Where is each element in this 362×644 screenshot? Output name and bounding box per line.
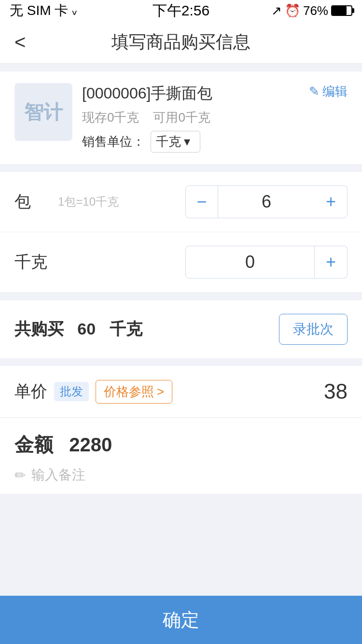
price-tag: 批发	[54, 382, 89, 401]
product-stock: 现存0千克 可用0千克	[82, 109, 348, 126]
chevron-right-icon: >	[157, 384, 164, 399]
kg-row: 千克 +	[0, 232, 362, 293]
input-section: 包 1包=10千克 − + 千克 +	[0, 172, 362, 293]
wifi-signal: ᵥ	[72, 3, 78, 18]
page-title: 填写商品购买信息	[111, 30, 251, 54]
status-time: 下午2:56	[153, 1, 209, 21]
product-image-placeholder: 智计	[24, 99, 63, 126]
remark-row[interactable]: ✏ 输入备注	[14, 466, 348, 484]
batch-button[interactable]: 录批次	[279, 314, 348, 345]
product-info: [0000006]手撕面包 ✎ 编辑 现存0千克 可用0千克 销售单位： 千克 …	[82, 83, 348, 153]
spacer	[0, 494, 362, 596]
pack-controls: − +	[185, 185, 348, 218]
product-unit-row: 销售单位： 千克 ▾	[82, 131, 348, 153]
kg-input[interactable]	[185, 246, 315, 279]
kg-plus-button[interactable]: +	[315, 246, 348, 279]
product-header-row: [0000006]手撕面包 ✎ 编辑	[82, 83, 348, 109]
amount-row: 金额 2280	[14, 432, 348, 458]
status-bar: 无 SIM 卡 ᵥ 下午2:56 ↗ ⏰ 76%	[0, 0, 362, 21]
confirm-button[interactable]: 确定	[0, 596, 362, 644]
chevron-down-icon: ▾	[184, 134, 190, 149]
price-value: 38	[324, 379, 348, 404]
summary-section: 共购买 60 千克 录批次	[0, 300, 362, 358]
price-left: 单价 批发 价格参照 >	[14, 380, 172, 404]
edit-button[interactable]: ✎ 编辑	[309, 83, 348, 100]
product-name: [0000006]手撕面包	[82, 83, 212, 104]
carrier-wifi: 无 SIM 卡 ᵥ	[10, 1, 78, 20]
kg-controls: +	[185, 246, 348, 279]
amount-section: 金额 2280 ✏ 输入备注	[0, 418, 362, 494]
remark-placeholder: 输入备注	[31, 466, 85, 484]
kg-label: 千克	[14, 251, 53, 273]
price-section: 单价 批发 价格参照 > 38	[0, 366, 362, 417]
amount-value: 2280	[69, 434, 112, 455]
pack-row: 包 1包=10千克 − +	[0, 172, 362, 232]
battery-percent: 76%	[303, 3, 328, 18]
summary-value: 60	[77, 320, 96, 338]
location-icon: ↗	[271, 3, 282, 18]
pencil-icon: ✏	[14, 467, 26, 483]
price-label: 单价	[14, 380, 47, 403]
pack-input[interactable]	[218, 185, 315, 218]
back-button[interactable]: <	[10, 27, 30, 58]
carrier-text: 无 SIM 卡	[10, 3, 68, 18]
product-image: 智计	[14, 83, 72, 141]
unit-select[interactable]: 千克 ▾	[151, 131, 200, 153]
pack-sublabel: 1包=10千克	[58, 194, 185, 210]
alarm-icon: ⏰	[285, 3, 300, 18]
price-ref-button[interactable]: 价格参照 >	[96, 380, 172, 404]
product-card: 智计 [0000006]手撕面包 ✎ 编辑 现存0千克 可用0千克 销售单位： …	[0, 71, 362, 164]
navigation-bar: < 填写商品购买信息	[0, 21, 362, 64]
battery-icon	[331, 5, 352, 16]
pack-plus-button[interactable]: +	[315, 185, 348, 218]
pack-label: 包	[14, 191, 53, 213]
pack-minus-button[interactable]: −	[185, 185, 218, 218]
summary-text: 共购买 60 千克	[14, 318, 142, 340]
status-right: ↗ ⏰ 76%	[271, 3, 352, 18]
